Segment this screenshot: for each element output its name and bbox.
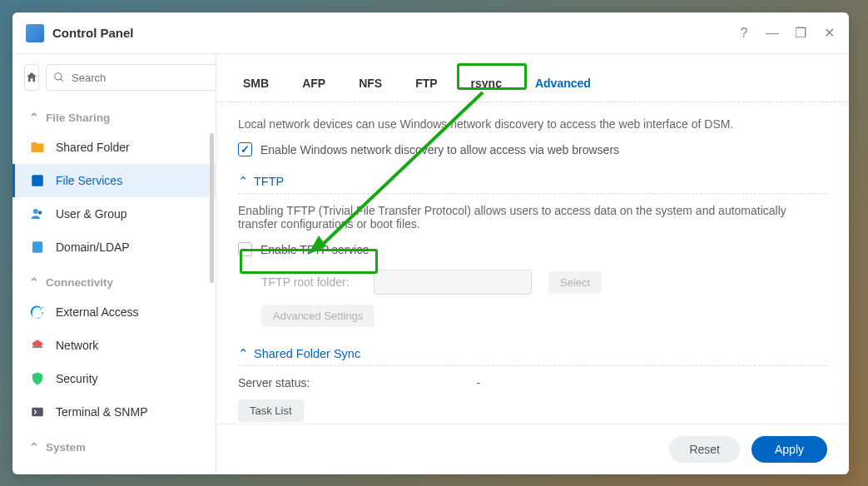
chevron-up-icon: ⌃ <box>29 111 39 124</box>
select-button: Select <box>548 271 602 294</box>
search-icon <box>53 72 65 83</box>
sidebar-item-file-services[interactable]: File Services <box>12 164 216 197</box>
search-box[interactable] <box>46 64 216 91</box>
section-label: File Sharing <box>46 112 110 124</box>
file-services-icon <box>29 172 46 189</box>
svg-rect-5 <box>32 241 42 253</box>
tab-afp[interactable]: AFP <box>297 62 330 102</box>
close-icon[interactable]: ✕ <box>822 27 836 40</box>
checkbox-label: Enable Windows network discovery to allo… <box>260 143 619 156</box>
tab-smb[interactable]: SMB <box>238 62 274 102</box>
sidebar-item-label: Shared Folder <box>56 141 130 154</box>
section-connectivity[interactable]: ⌃ Connectivity <box>12 264 216 295</box>
chevron-up-icon: ⌃ <box>238 175 249 188</box>
maximize-icon[interactable]: ❐ <box>794 27 807 40</box>
app-icon <box>26 24 44 42</box>
tftp-description: Enabling TFTP (Trivial File Transfer Pro… <box>238 204 827 231</box>
sidebar-item-network[interactable]: Network <box>12 329 216 362</box>
users-icon <box>29 206 46 222</box>
server-status-label: Server status: <box>238 376 310 389</box>
shield-icon <box>29 370 46 387</box>
section-label: System <box>46 441 86 454</box>
svg-point-4 <box>38 211 42 215</box>
tab-ftp[interactable]: FTP <box>410 62 442 102</box>
sidebar-item-label: External Access <box>56 305 139 319</box>
external-icon <box>29 304 46 320</box>
sidebar-item-shared-folder[interactable]: Shared Folder <box>12 131 216 164</box>
svg-point-0 <box>55 73 62 80</box>
scrollbar[interactable] <box>210 133 214 283</box>
checkbox-tftp-enable[interactable] <box>238 242 252 256</box>
tab-rsync[interactable]: rsync <box>466 62 507 102</box>
checkbox-wnd-enable[interactable] <box>238 142 252 156</box>
terminal-icon <box>29 404 46 420</box>
chevron-up-icon: ⌃ <box>29 275 39 289</box>
chevron-up-icon: ⌃ <box>238 347 249 360</box>
section-shared-folder-sync[interactable]: ⌃ Shared Folder Sync <box>238 342 827 366</box>
svg-rect-2 <box>32 175 43 186</box>
advanced-settings-button: Advanced Settings <box>261 305 374 327</box>
tab-advanced[interactable]: Advanced <box>530 62 596 102</box>
sidebar-item-user-group[interactable]: User & Group <box>12 197 216 231</box>
task-list-button[interactable]: Task List <box>238 399 304 422</box>
sidebar-item-label: Domain/LDAP <box>56 241 130 254</box>
tftp-root-input <box>374 270 532 295</box>
svg-line-1 <box>61 79 63 82</box>
section-tftp[interactable]: ⌃ TFTP <box>238 170 827 194</box>
section-system[interactable]: ⌃ System <box>12 429 216 460</box>
window-title: Control Panel <box>52 26 737 40</box>
section-label: Connectivity <box>46 276 113 289</box>
reset-button[interactable]: Reset <box>669 436 740 463</box>
help-icon[interactable]: ? <box>737 27 751 40</box>
search-input[interactable] <box>70 71 213 85</box>
domain-icon <box>29 239 46 255</box>
folder-icon <box>29 139 46 156</box>
section-title: TFTP <box>254 175 284 188</box>
home-button[interactable] <box>24 64 39 91</box>
network-icon <box>29 337 46 354</box>
sidebar-item-label: File Services <box>56 174 122 187</box>
apply-button[interactable]: Apply <box>751 436 827 463</box>
svg-rect-7 <box>32 408 43 417</box>
sidebar-item-label: User & Group <box>56 207 127 221</box>
wnd-description: Local network devices can use Windows ne… <box>238 117 827 131</box>
sidebar-item-domain-ldap[interactable]: Domain/LDAP <box>12 231 216 264</box>
minimize-icon[interactable]: — <box>766 27 779 40</box>
svg-rect-6 <box>32 346 42 348</box>
section-file-sharing[interactable]: ⌃ File Sharing <box>12 99 216 131</box>
chevron-up-icon: ⌃ <box>29 440 39 454</box>
sidebar-item-label: Terminal & SNMP <box>56 405 147 419</box>
checkbox-label: Enable TFTP service <box>260 243 369 256</box>
section-title: Shared Folder Sync <box>254 347 360 360</box>
svg-point-3 <box>33 209 38 214</box>
sidebar-item-terminal-snmp[interactable]: Terminal & SNMP <box>12 395 216 429</box>
sidebar-item-label: Security <box>56 372 98 385</box>
tab-nfs[interactable]: NFS <box>354 62 387 102</box>
home-icon <box>25 71 38 84</box>
sidebar-item-security[interactable]: Security <box>12 362 216 395</box>
tftp-root-label: TFTP root folder: <box>261 275 357 289</box>
sidebar-item-external-access[interactable]: External Access <box>12 295 216 329</box>
server-status-value: - <box>476 376 480 389</box>
sidebar-item-label: Network <box>56 339 98 352</box>
